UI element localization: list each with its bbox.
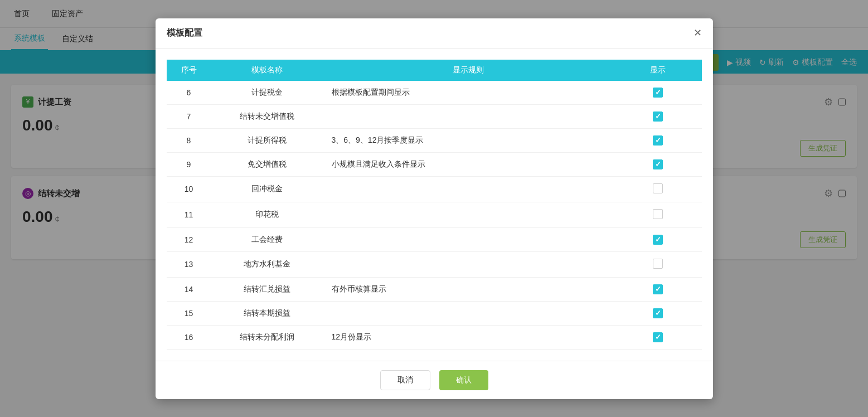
cell-show (614, 128, 702, 152)
cell-index: 12 (167, 227, 211, 251)
cell-rule: 有外币核算显示 (323, 277, 614, 301)
cell-rule (323, 251, 614, 277)
checkbox-checked[interactable] (653, 332, 663, 342)
cell-show (614, 325, 702, 349)
cell-name: 结转汇兑损益 (211, 277, 323, 301)
cell-index: 15 (167, 301, 211, 325)
cell-rule (323, 301, 614, 325)
cell-rule: 根据模板配置期间显示 (323, 81, 614, 105)
cell-rule (323, 176, 614, 202)
cell-index: 9 (167, 152, 211, 176)
checkbox-unchecked[interactable] (653, 183, 663, 193)
cell-name: 回冲税金 (211, 176, 323, 202)
cell-name: 结转未交增值税 (211, 104, 323, 128)
checkbox-checked[interactable] (653, 135, 663, 146)
col-header-rule: 显示规则 (323, 60, 614, 81)
cell-rule: 3、6、9、12月按季度显示 (323, 128, 614, 152)
cell-rule: 小规模且满足收入条件显示 (323, 152, 614, 176)
cell-index: 6 (167, 81, 211, 105)
cell-name: 结转未分配利润 (211, 325, 323, 349)
cell-show (614, 251, 702, 277)
table-row: 9 免交增值税 小规模且满足收入条件显示 (167, 152, 702, 176)
cell-show (614, 81, 702, 105)
checkbox-checked[interactable] (653, 284, 663, 294)
table-row: 14 结转汇兑损益 有外币核算显示 (167, 277, 702, 301)
modal-template-config: 模板配置 ✕ 序号 模板名称 显示规则 显示 6 计提税金 根据模板配置期间显示 (156, 18, 713, 399)
cell-name: 工会经费 (211, 227, 323, 251)
cell-index: 13 (167, 251, 211, 277)
table-row: 7 结转未交增值税 (167, 104, 702, 128)
cell-index: 7 (167, 104, 211, 128)
checkbox-checked[interactable] (653, 308, 663, 318)
cell-show (614, 104, 702, 128)
cell-show (614, 277, 702, 301)
cell-index: 14 (167, 277, 211, 301)
cell-name: 地方水利基金 (211, 251, 323, 277)
modal-close-button[interactable]: ✕ (694, 28, 702, 38)
cell-show (614, 227, 702, 251)
cell-index: 11 (167, 202, 211, 227)
table-row: 6 计提税金 根据模板配置期间显示 (167, 81, 702, 105)
cell-name: 计提税金 (211, 81, 323, 105)
cell-name: 计提所得税 (211, 128, 323, 152)
cell-rule (323, 202, 614, 227)
overlay: 模板配置 ✕ 序号 模板名称 显示规则 显示 6 计提税金 根据模板配置期间显示 (0, 0, 868, 417)
cell-name: 印花税 (211, 202, 323, 227)
modal-body: 序号 模板名称 显示规则 显示 6 计提税金 根据模板配置期间显示 7 结转未交… (156, 49, 713, 361)
cell-rule (323, 104, 614, 128)
table-row: 10 回冲税金 (167, 176, 702, 202)
cancel-button[interactable]: 取消 (380, 370, 430, 390)
modal-title: 模板配置 (167, 27, 202, 39)
cell-rule (323, 227, 614, 251)
cell-index: 8 (167, 128, 211, 152)
config-table: 序号 模板名称 显示规则 显示 6 计提税金 根据模板配置期间显示 7 结转未交… (167, 60, 702, 350)
table-row: 8 计提所得税 3、6、9、12月按季度显示 (167, 128, 702, 152)
cell-show (614, 301, 702, 325)
col-header-name: 模板名称 (211, 60, 323, 81)
checkbox-unchecked[interactable] (653, 259, 663, 269)
cell-show (614, 152, 702, 176)
confirm-button[interactable]: 确认 (439, 370, 488, 390)
modal-footer: 取消 确认 (156, 361, 713, 399)
checkbox-checked[interactable] (653, 111, 663, 122)
table-row: 12 工会经费 (167, 227, 702, 251)
table-row: 11 印花税 (167, 202, 702, 227)
col-header-index: 序号 (167, 60, 211, 81)
cell-name: 结转本期损益 (211, 301, 323, 325)
checkbox-checked[interactable] (653, 159, 663, 169)
table-row: 15 结转本期损益 (167, 301, 702, 325)
cell-name: 免交增值税 (211, 152, 323, 176)
table-row: 13 地方水利基金 (167, 251, 702, 277)
modal-header: 模板配置 ✕ (156, 18, 713, 49)
cell-rule: 12月份显示 (323, 325, 614, 349)
checkbox-checked[interactable] (653, 88, 663, 98)
cell-show (614, 202, 702, 227)
cell-show (614, 176, 702, 202)
cell-index: 10 (167, 176, 211, 202)
table-row: 16 结转未分配利润 12月份显示 (167, 325, 702, 349)
cell-index: 16 (167, 325, 211, 349)
col-header-show: 显示 (614, 60, 702, 81)
checkbox-checked[interactable] (653, 235, 663, 245)
checkbox-unchecked[interactable] (653, 209, 663, 219)
